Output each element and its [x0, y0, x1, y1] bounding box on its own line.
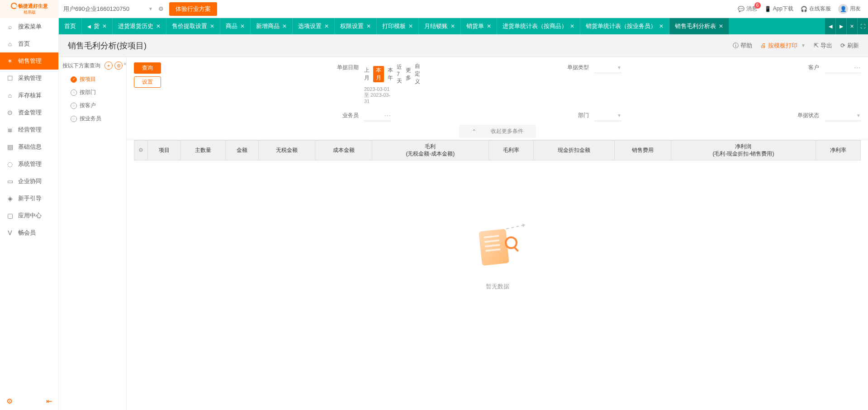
sidebar-item-6[interactable]: ≣经营管理 — [0, 121, 58, 138]
chevron-up-icon: ⌃ — [465, 127, 483, 136]
close-icon[interactable]: ✕ — [659, 23, 664, 29]
sidebar-item-11[interactable]: ▢应用中心 — [0, 207, 58, 224]
date-option-2[interactable]: 本年 — [388, 66, 393, 82]
sidebar-item-1[interactable]: ⌂首页 — [0, 35, 58, 52]
sidebar-icon: ⊙ — [6, 109, 14, 116]
tab-5[interactable]: 新增商品✕ — [251, 18, 293, 34]
tenant-select[interactable]: 用户690企业1660120750 ▼ — [63, 5, 153, 13]
dept-select[interactable]: ▼ — [594, 110, 621, 121]
scheme-item-0[interactable]: ✓按项目 — [71, 74, 123, 85]
messages-button[interactable]: 💬 消息 6 — [738, 5, 757, 13]
tab-13[interactable]: 销售毛利分析表✕ — [669, 18, 729, 34]
tabs-scroll-left[interactable]: ◀ — [825, 18, 835, 34]
online-service-button[interactable]: 🎧 在线客服 — [801, 5, 831, 13]
column-header-5: 毛利(无税金额-成本金额) — [372, 141, 489, 160]
scheme-item-3[interactable]: ○按业务员 — [71, 113, 123, 124]
tab-8[interactable]: 打印模板✕ — [377, 18, 419, 34]
settings-icon[interactable]: ⚙ — [6, 397, 13, 405]
tab-0[interactable]: 首页 — [59, 18, 82, 34]
sidebar-icon: ◌ — [6, 160, 14, 168]
doc-status-select[interactable]: ▼ — [825, 110, 861, 121]
column-header-9: 净利润(毛利-现金折扣-销售费用) — [671, 141, 816, 160]
close-icon[interactable]: ✕ — [451, 23, 455, 29]
salesman-label: 业务员 — [166, 110, 359, 119]
close-icon[interactable]: ✕ — [570, 23, 574, 29]
tab-label: 打印模板 — [382, 22, 406, 30]
app-download-button[interactable]: 📱 App下载 — [764, 5, 793, 13]
date-option-1[interactable]: 本月 — [373, 66, 384, 82]
page-header: 销售毛利分析(按项目) ⓘ帮助 🖨按模板打印▼ ⇱导出 ⟳刷新 — [59, 34, 868, 57]
sidebar-item-5[interactable]: ⊙资金管理 — [0, 104, 58, 121]
column-header-7: 现金折扣金额 — [534, 141, 615, 160]
export-icon: ⇱ — [814, 42, 819, 49]
sidebar-item-12[interactable]: V畅会员 — [0, 224, 58, 241]
tab-label: 进货单统计表（按商品） — [503, 22, 567, 30]
scheme-icon: ✓ — [71, 76, 77, 83]
scheme-item-label: 按业务员 — [80, 115, 101, 123]
sidebar-item-10[interactable]: ◈新手引导 — [0, 190, 58, 207]
setting-button[interactable]: 设置 — [134, 76, 161, 88]
sidebar-icon: ⌂ — [6, 92, 14, 99]
close-icon[interactable]: ✕ — [156, 23, 161, 29]
fullscreen-icon[interactable]: ⛶ — [857, 18, 868, 34]
sidebar-item-4[interactable]: ⌂库存核算 — [0, 87, 58, 104]
close-icon[interactable]: ✕ — [102, 23, 107, 29]
customer-select[interactable]: ⋯ — [825, 62, 861, 73]
tabs-scroll-right[interactable]: ▶ — [835, 18, 846, 34]
collapse-filters-button[interactable]: ⌃ 收起更多条件 — [127, 123, 868, 140]
tab-12[interactable]: 销货单统计表（按业务员）✕ — [580, 18, 669, 34]
doc-type-select[interactable]: ▼ — [594, 62, 621, 73]
print-button[interactable]: 🖨按模板打印▼ — [760, 42, 806, 50]
scheme-settings-icon[interactable]: ⊚ — [114, 61, 123, 70]
sidebar-item-label: 应用中心 — [18, 212, 42, 220]
export-button[interactable]: ⇱导出 — [814, 42, 832, 50]
tab-label: 销售毛利分析表 — [675, 22, 716, 30]
close-icon[interactable]: ✕ — [408, 23, 413, 29]
tab-11[interactable]: 进货单统计表（按商品）✕ — [497, 18, 580, 34]
sidebar-item-7[interactable]: ▤基础信息 — [0, 138, 58, 156]
tab-3[interactable]: 售价提取设置✕ — [166, 18, 220, 34]
close-icon[interactable]: ✕ — [366, 23, 371, 29]
tab-4[interactable]: 商品✕ — [220, 18, 251, 34]
sidebar-item-2[interactable]: ✶销售管理 — [0, 52, 58, 70]
tab-7[interactable]: 权限设置✕ — [335, 18, 377, 34]
experience-button[interactable]: 体验行业方案 — [169, 2, 217, 16]
sidebar-item-9[interactable]: ▭企业协同 — [0, 173, 58, 190]
sidebar-item-8[interactable]: ◌系统管理 — [0, 156, 58, 173]
close-icon[interactable]: ✕ — [324, 23, 329, 29]
chevron-left-icon: ◀ — [87, 24, 91, 29]
salesman-select[interactable]: ⋯ — [364, 110, 391, 121]
scheme-item-1[interactable]: ○按部门 — [71, 87, 123, 98]
tab-1[interactable]: ◀货✕ — [82, 18, 113, 34]
refresh-button[interactable]: ⟳刷新 — [840, 42, 859, 50]
sidebar-item-label: 经营管理 — [18, 126, 42, 134]
sidebar-icon: ✶ — [6, 57, 14, 65]
help-button[interactable]: ⓘ帮助 — [733, 42, 752, 50]
user-menu[interactable]: 👤 用友 — [838, 4, 861, 14]
tab-9[interactable]: 月结锁账✕ — [419, 18, 461, 34]
tab-6[interactable]: 选项设置✕ — [293, 18, 335, 34]
close-icon[interactable]: ✕ — [487, 23, 491, 29]
sidebar-item-3[interactable]: ☐采购管理 — [0, 70, 58, 87]
date-option-0[interactable]: 上月 — [364, 66, 370, 82]
add-scheme-icon[interactable]: + — [104, 61, 113, 70]
gear-icon[interactable]: ⚙ — [158, 5, 164, 12]
tab-2[interactable]: 进货退货历史✕ — [113, 18, 166, 34]
sidebar-item-0[interactable]: ⌕搜索菜单 — [0, 18, 58, 35]
collapse-scheme-icon[interactable]: « — [123, 61, 127, 67]
tab-10[interactable]: 销货单✕ — [461, 18, 497, 34]
ellipsis-icon: ⋯ — [854, 64, 861, 71]
scheme-header: 按以下方案查询 — [62, 62, 100, 70]
scheme-item-2[interactable]: ○按客户 — [71, 100, 123, 111]
column-settings-icon[interactable]: ⚙ — [134, 141, 148, 160]
close-icon[interactable]: ✕ — [719, 23, 723, 29]
sidebar-item-label: 首页 — [18, 40, 30, 48]
sidebar-icon: ▤ — [6, 143, 14, 151]
filter-form: 单据日期 上月本月本年近7天更多自定义 2023-03-01 至 2023-03… — [127, 57, 868, 123]
collapse-sidebar-icon[interactable]: ⇤ — [46, 397, 52, 405]
close-icon[interactable]: ✕ — [282, 23, 287, 29]
close-icon[interactable]: ✕ — [210, 23, 214, 29]
tabs-close-all[interactable]: ✕ — [846, 18, 857, 34]
query-button[interactable]: 查询 — [134, 62, 161, 74]
close-icon[interactable]: ✕ — [240, 23, 245, 29]
